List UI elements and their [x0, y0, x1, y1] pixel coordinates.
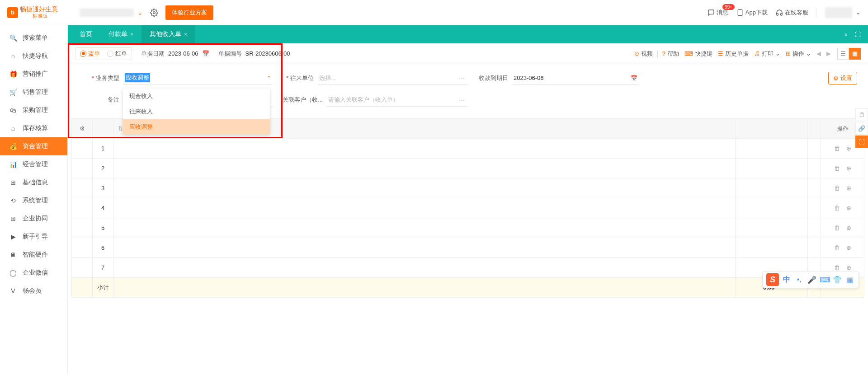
add-row-icon[interactable]: ⊕	[846, 244, 851, 251]
print-icon: 🖨	[754, 50, 760, 57]
sidebar-item-purchase[interactable]: 🛍采购管理	[0, 101, 67, 119]
doc-date-value[interactable]: 2023-06-06	[168, 50, 198, 57]
phone-icon	[736, 9, 744, 16]
close-icon[interactable]: ×	[130, 31, 133, 37]
print-button[interactable]: 🖨打印⌄	[751, 50, 783, 58]
delete-row-icon[interactable]: 🗑	[834, 205, 840, 211]
add-row-icon[interactable]: ⊕	[846, 264, 851, 271]
sidebar-item-basedata[interactable]: ⊞基础信息	[0, 173, 67, 192]
float-link-button[interactable]: 🔗	[855, 122, 868, 135]
float-expand-button[interactable]: ⛶	[855, 136, 868, 148]
calendar-icon[interactable]: 📅	[202, 50, 209, 57]
help-button[interactable]: ?帮助	[660, 50, 682, 58]
table-row[interactable]: 4 🗑⊕	[72, 198, 864, 218]
table-row[interactable]: 2 🗑⊕	[72, 159, 864, 178]
dropdown-option-receivable[interactable]: 往来收入	[123, 104, 270, 119]
sidebar-item-sales[interactable]: 🛒销售管理	[0, 83, 67, 101]
table-row[interactable]: 5 🗑⊕	[72, 218, 864, 238]
sidebar-item-hardware[interactable]: 🖥智能硬件	[0, 246, 67, 264]
more-icon[interactable]: ⋯	[459, 75, 466, 81]
add-row-icon[interactable]: ⊕	[846, 185, 851, 192]
sidebar-item-inventory[interactable]: ⌂库存核算	[0, 119, 67, 137]
gear-icon[interactable]	[150, 9, 158, 17]
history-button[interactable]: ☰历史单据	[715, 50, 751, 58]
related-customer-input[interactable]: 请输入关联客户（收入单） ⋯	[326, 93, 467, 107]
dropdown-option-adjustment[interactable]: 应收调整	[123, 119, 270, 135]
table-row[interactable]: 3 🗑⊕	[72, 178, 864, 198]
sidebar-item-collab[interactable]: ⊞企业协同	[0, 210, 67, 228]
sidebar-item-member[interactable]: V畅会员	[0, 282, 67, 300]
messages-link[interactable]: 消息 99+	[708, 9, 728, 17]
ime-punct-icon[interactable]: •,	[794, 275, 804, 285]
next-doc-button[interactable]: ▶	[824, 50, 834, 57]
gift-icon: 🎁	[9, 70, 17, 78]
view-list-button[interactable]: ☰	[837, 48, 849, 60]
delete-row-icon[interactable]: 🗑	[834, 264, 840, 271]
online-service-link[interactable]: 在线客服	[776, 9, 808, 17]
logo[interactable]: b 畅捷通好生意 标准版	[7, 5, 71, 19]
sidebar-item-system[interactable]: ⟲系统管理	[0, 192, 67, 210]
cart-icon: 🛒	[9, 89, 17, 96]
delete-row-icon[interactable]: 🗑	[834, 244, 840, 251]
gear-icon: ⚙	[833, 75, 839, 82]
ime-keyboard-icon[interactable]: ⌨	[820, 275, 830, 285]
sidebar-item-wecom[interactable]: ◯企业微信	[0, 264, 67, 282]
chevron-down-icon: ⌄	[806, 50, 811, 57]
sidebar-item-quicknav[interactable]: ⌂快捷导航	[0, 47, 67, 65]
user-menu[interactable]: ⌄	[825, 7, 861, 18]
guide-icon: ▶	[9, 233, 17, 240]
ime-skin-icon[interactable]: 👕	[832, 275, 842, 285]
add-row-icon[interactable]: ⊕	[846, 224, 851, 231]
table-row[interactable]: 6 🗑⊕	[72, 238, 864, 258]
tab-other-income[interactable]: 其他收入单×	[142, 25, 195, 43]
delete-row-icon[interactable]: 🗑	[834, 185, 840, 192]
float-note-button[interactable]: 🗒	[855, 108, 868, 121]
settings-button[interactable]: ⚙ 设置	[828, 72, 857, 84]
form-area: *业务类型 应收调整 ⌃ 现金收入 往来收入 应收调整	[68, 64, 868, 118]
sidebar-item-operations[interactable]: 📊经营管理	[0, 155, 67, 173]
partner-input[interactable]: 选择... ⋯	[317, 71, 467, 85]
due-date-input[interactable]: 2023-06-06 📅	[512, 71, 639, 85]
delete-row-icon[interactable]: 🗑	[834, 165, 840, 172]
radio-red[interactable]: 红单	[107, 50, 127, 58]
add-row-icon[interactable]: ⊕	[846, 205, 851, 211]
table-config-button[interactable]: ⚙	[72, 119, 93, 139]
trial-button[interactable]: 体验行业方案	[165, 5, 213, 20]
remark-label: 备注	[79, 96, 119, 104]
tabs-close-all[interactable]: ×	[840, 31, 851, 38]
view-card-button[interactable]: ▦	[849, 48, 861, 60]
shortcut-button[interactable]: ⌨快捷键	[682, 50, 715, 58]
dropdown-option-cash[interactable]: 现金收入	[123, 89, 270, 104]
sidebar-item-search[interactable]: 🔍搜索菜单	[0, 29, 67, 47]
sidebar-item-guide[interactable]: ▶新手引导	[0, 228, 67, 246]
ime-lang[interactable]: 中	[782, 275, 792, 285]
app-download-link[interactable]: App下载	[736, 9, 768, 17]
add-row-icon[interactable]: ⊕	[846, 145, 851, 152]
prev-doc-button[interactable]: ◀	[814, 50, 824, 57]
delete-row-icon[interactable]: 🗑	[834, 224, 840, 231]
tab-payment[interactable]: 付款单×	[100, 25, 142, 43]
sidebar: 🔍搜索菜单 ⌂快捷导航 🎁营销推广 🛒销售管理 🛍采购管理 ⌂库存核算 💰资金管…	[0, 25, 68, 374]
tabs-expand[interactable]: ⛶	[851, 31, 864, 38]
more-icon[interactable]: ⋯	[459, 96, 466, 103]
biz-type-input[interactable]: 应收调整 ⌃	[123, 71, 273, 85]
table-row[interactable]: 1 🗑⊕	[72, 139, 864, 159]
box-icon: ⌂	[9, 125, 17, 132]
add-row-icon[interactable]: ⊕	[846, 165, 851, 172]
sidebar-item-funds[interactable]: 💰资金管理	[0, 137, 67, 155]
ime-toolbar[interactable]: S 中 •, 🎤 ⌨ 👕 ▦	[762, 271, 859, 288]
ime-grid-icon[interactable]: ▦	[845, 275, 855, 285]
related-customer-label: 关联客户（收...	[273, 96, 323, 104]
org-selector[interactable]: ⌄	[80, 9, 143, 17]
close-icon[interactable]: ×	[184, 31, 187, 37]
operate-button[interactable]: ⊞操作⌄	[783, 50, 814, 58]
chevron-up-icon[interactable]: ⌃	[267, 75, 271, 81]
tab-home[interactable]: 首页	[71, 25, 100, 43]
sidebar-item-marketing[interactable]: 🎁营销推广	[0, 65, 67, 83]
delete-row-icon[interactable]: 🗑	[834, 145, 840, 152]
video-button[interactable]: ⊙视频	[632, 50, 656, 58]
calendar-icon[interactable]: 📅	[631, 75, 637, 81]
ime-mic-icon[interactable]: 🎤	[807, 275, 817, 285]
table-row[interactable]: 7 🗑⊕	[72, 258, 864, 278]
radio-blue[interactable]: 蓝单	[80, 50, 100, 58]
